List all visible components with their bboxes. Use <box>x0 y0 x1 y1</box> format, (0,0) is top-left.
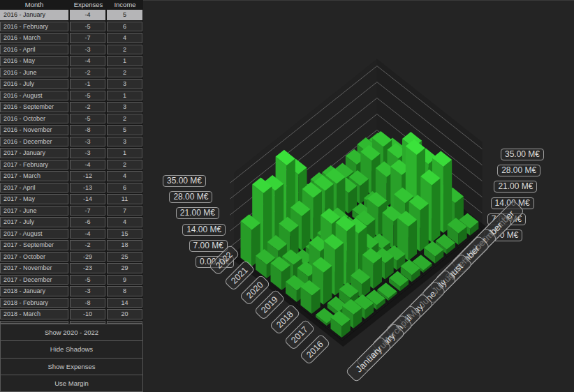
table-row[interactable]: 2016 - June-22 <box>0 67 143 79</box>
table-row[interactable]: 2017 - April-136 <box>0 182 143 194</box>
data-panel: Month Expenses Income 2016 - January-452… <box>0 0 143 392</box>
month-cell: 2017 - January <box>0 148 68 158</box>
income-cell: 15 <box>107 229 142 239</box>
income-cell: 9 <box>107 275 142 285</box>
month-cell: 2017 - October <box>0 252 68 262</box>
table-row[interactable]: 2016 - February-56 <box>0 21 143 33</box>
bars3d-view[interactable]: 35.00 M€28.00 M€21.00 M€14.00 M€7.00 M€0… <box>143 0 574 392</box>
column-header-month: Month <box>0 1 68 8</box>
month-cell: 2017 - December <box>0 275 68 285</box>
table-row[interactable]: 2017 - March-124 <box>0 170 143 182</box>
income-cell: 29 <box>107 263 142 273</box>
empty-cell <box>70 321 105 324</box>
table-row[interactable]: 2016 - August-51 <box>0 90 143 102</box>
table-row[interactable]: 2016 - December-33 <box>0 136 143 148</box>
table-row[interactable]: 2017 - August-415 <box>0 228 143 240</box>
income-cell: 5 <box>107 10 142 20</box>
month-cell: 2017 - June <box>0 206 68 216</box>
table-row[interactable]: 2017 - May-1411 <box>0 193 143 205</box>
table-row[interactable]: 2016 - January-45 <box>0 9 143 21</box>
table-row[interactable]: 2016 - March-74 <box>0 32 143 44</box>
month-cell: 2017 - May <box>0 194 68 204</box>
table-row[interactable]: 2016 - September-23 <box>0 101 143 113</box>
expenses-cell: -4 <box>70 10 105 20</box>
expenses-cell: -3 <box>70 148 105 158</box>
month-cell: 2017 - September <box>0 240 68 250</box>
month-cell: 2016 - March <box>0 33 68 43</box>
table-row[interactable]: 2018 - February-814 <box>0 297 143 309</box>
table-row[interactable]: 2016 - July-13 <box>0 78 143 90</box>
toggle-series-button[interactable]: Show Expenses <box>0 358 143 375</box>
expenses-cell: -4 <box>70 229 105 239</box>
income-cell: 1 <box>107 91 142 101</box>
table-row[interactable]: 2017 - November-2329 <box>0 262 143 274</box>
table-header: Month Expenses Income <box>0 0 143 9</box>
expenses-cell: -12 <box>70 171 105 181</box>
month-cell: 2016 - November <box>0 125 68 135</box>
income-cell: 18 <box>107 240 142 250</box>
income-cell: 20 <box>107 309 142 319</box>
month-cell: 2017 - July <box>0 217 68 227</box>
expenses-cell: -14 <box>70 194 105 204</box>
table-row[interactable]: 2017 - January-31 <box>0 147 143 159</box>
use-margin-button[interactable]: Use Margin <box>0 375 143 392</box>
table-row[interactable]: 2017 - September-218 <box>0 239 143 251</box>
expenses-cell: -4 <box>70 160 105 170</box>
month-cell: 2016 - August <box>0 91 68 101</box>
income-cell: 4 <box>107 33 142 43</box>
expenses-cell: -3 <box>70 137 105 147</box>
expenses-cell: -3 <box>70 286 105 296</box>
expenses-cell: -6 <box>70 217 105 227</box>
expenses-cell: -5 <box>70 114 105 124</box>
expenses-cell: -5 <box>70 91 105 101</box>
expenses-cell: -2 <box>70 68 105 78</box>
month-cell: 2017 - February <box>0 160 68 170</box>
table-row[interactable]: 2017 - February-42 <box>0 159 143 171</box>
month-table: 2016 - January-452016 - February-562016 … <box>0 9 143 324</box>
income-cell: 2 <box>107 160 142 170</box>
month-cell: 2016 - February <box>0 22 68 32</box>
income-cell: 3 <box>107 79 142 89</box>
table-row[interactable]: 2017 - July-64 <box>0 216 143 228</box>
table-row[interactable]: 2016 - October-52 <box>0 113 143 125</box>
income-cell: 3 <box>107 102 142 112</box>
expenses-cell: -23 <box>70 263 105 273</box>
table-row[interactable]: 2016 - November-85 <box>0 124 143 136</box>
income-cell: 4 <box>107 171 142 181</box>
month-cell: 2016 - December <box>0 137 68 147</box>
expenses-cell: -4 <box>70 56 105 66</box>
income-cell: 1 <box>107 148 142 158</box>
table-row[interactable]: 2018 - January-38 <box>0 285 143 297</box>
bars3d-app: Month Expenses Income 2016 - January-452… <box>0 0 574 392</box>
month-cell: 2017 - November <box>0 263 68 273</box>
income-cell: 1 <box>107 56 142 66</box>
show-years-button[interactable]: Show 2020 - 2022 <box>0 324 143 341</box>
expenses-cell: -1 <box>70 79 105 89</box>
column-header-income: Income <box>107 1 143 8</box>
table-row[interactable]: 2016 - April-32 <box>0 44 143 56</box>
bars3d-svg[interactable] <box>143 1 574 392</box>
expenses-cell: -10 <box>70 309 105 319</box>
income-cell: 2 <box>107 68 142 78</box>
expenses-cell: -7 <box>70 206 105 216</box>
month-cell: 2016 - April <box>0 45 68 55</box>
income-cell: 7 <box>107 206 142 216</box>
income-cell: 14 <box>107 298 142 308</box>
table-row[interactable]: 2017 - October-2925 <box>0 251 143 263</box>
expenses-cell: -8 <box>70 298 105 308</box>
expenses-cell: -29 <box>70 252 105 262</box>
table-row[interactable]: 2016 - May-41 <box>0 55 143 67</box>
income-cell: 25 <box>107 252 142 262</box>
month-cell: 2018 - March <box>0 309 68 319</box>
table-row[interactable]: 2017 - June-77 <box>0 205 143 217</box>
expenses-cell: -5 <box>70 275 105 285</box>
month-cell: 2016 - October <box>0 114 68 124</box>
table-row[interactable]: 2018 - March-1020 <box>0 308 143 320</box>
expenses-cell: -2 <box>70 102 105 112</box>
table-row[interactable]: 2017 - December-59 <box>0 274 143 286</box>
income-cell: 6 <box>107 22 142 32</box>
toggle-shadows-button[interactable]: Hide Shadows <box>0 340 143 358</box>
income-cell: 2 <box>107 114 142 124</box>
empty-cell <box>0 321 68 324</box>
income-cell: 4 <box>107 217 142 227</box>
